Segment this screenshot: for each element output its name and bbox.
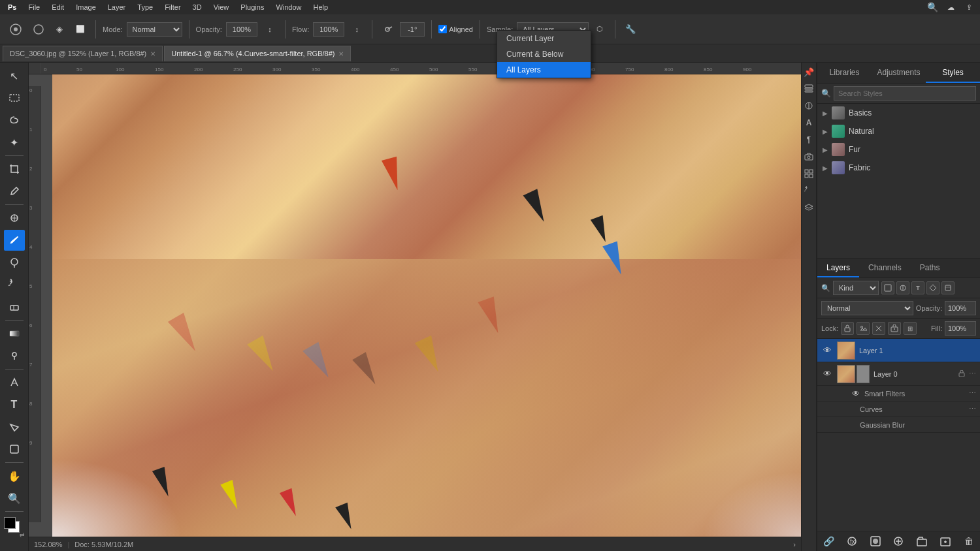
layer-item-1[interactable]: 👁 Layer 1 [817, 339, 980, 362]
grid-icon-sidebar[interactable] [802, 167, 815, 180]
panel-tab-libraries[interactable]: Libraries [817, 63, 872, 83]
brush-options-btn[interactable] [5, 21, 26, 38]
search-styles-input[interactable] [834, 86, 976, 101]
magic-wand-tool[interactable]: ✦ [4, 132, 25, 153]
adjustments-icon-sidebar[interactable] [802, 99, 815, 112]
aligned-check[interactable]: Aligned [438, 25, 473, 33]
pin-icon[interactable]: 📌 [802, 65, 815, 78]
layers-tab-channels[interactable]: Channels [859, 259, 911, 277]
clone-source-btn[interactable]: 🔧 [622, 21, 639, 38]
style-group-natural[interactable]: ▶ Natural [817, 122, 980, 140]
style-group-fabric[interactable]: ▶ Fabric [817, 159, 980, 177]
lock-image-btn[interactable] [857, 322, 870, 335]
dropdown-all-layers[interactable]: All Layers [497, 62, 591, 78]
menu-window[interactable]: Window [270, 2, 306, 12]
opacity-row-input[interactable] [945, 301, 976, 315]
menu-edit[interactable]: Edit [46, 2, 69, 12]
pressure-flow-btn[interactable]: ↕ [348, 21, 365, 38]
curves-filter-item[interactable]: Curves ⋯ [817, 401, 980, 417]
foreground-color[interactable] [4, 517, 16, 529]
smart-filters-more-icon[interactable]: ⋯ [969, 389, 976, 398]
paragraph-icon-sidebar[interactable]: ¶ [802, 133, 815, 146]
clone-stamp-tool[interactable] [4, 252, 25, 273]
dropdown-current-layer[interactable]: Current Layer [497, 31, 591, 46]
flow-input[interactable] [313, 22, 344, 37]
new-layer-btn[interactable] [938, 534, 953, 548]
layers-panel-icon[interactable] [802, 201, 815, 214]
lock-transparent-btn[interactable] [841, 322, 854, 335]
zoom-tool[interactable]: 🔍 [4, 488, 25, 509]
panel-tab-adjustments[interactable]: Adjustments [872, 63, 926, 83]
tab-0[interactable]: DSC_3060.jpg @ 152% (Layer 1, RGB/8#) ✕ [3, 46, 163, 61]
style-group-basics[interactable]: ▶ Basics [817, 104, 980, 122]
layer-item-0[interactable]: 👁 Layer 0 ⋯ [817, 362, 980, 386]
crop-tool[interactable] [4, 159, 25, 180]
lasso-tool[interactable] [4, 110, 25, 131]
layers-tab-paths[interactable]: Paths [911, 259, 949, 277]
canvas-wrapper[interactable] [52, 74, 801, 537]
filter-smart-btn[interactable] [941, 281, 955, 294]
curves-filter-more-icon[interactable]: ⋯ [969, 405, 976, 413]
pressure-opacity-btn[interactable]: ↕ [261, 21, 278, 38]
marquee-tool[interactable] [4, 87, 25, 108]
eyedropper-tool[interactable] [4, 181, 25, 202]
layer-style-btn[interactable]: fx [845, 534, 859, 548]
brush-size-btn[interactable] [30, 21, 47, 38]
layer-1-visibility-icon[interactable]: 👁 [821, 345, 833, 356]
angle-input[interactable] [400, 22, 425, 37]
search-icon[interactable]: 🔍 [924, 0, 941, 16]
filter-pixel-btn[interactable] [881, 281, 894, 294]
layers-tab-layers[interactable]: Layers [817, 259, 859, 277]
tab-close-1[interactable]: ✕ [338, 50, 344, 57]
font-icon-sidebar[interactable]: A [802, 116, 815, 129]
mode-select[interactable]: Normal Dissolve Multiply [127, 22, 182, 37]
menu-type[interactable]: Type [132, 2, 158, 12]
swap-colors-icon[interactable]: ⇄ [20, 531, 25, 538]
menu-help[interactable]: Help [308, 2, 334, 12]
shape-tool[interactable] [4, 439, 25, 460]
fill-input[interactable] [945, 321, 976, 336]
tab-1[interactable]: Untitled-1 @ 66.7% (4.Curves-smart-filte… [164, 46, 351, 61]
text-tool[interactable]: T [4, 394, 25, 415]
smart-filters-visibility-icon[interactable]: 👁 [850, 388, 862, 400]
ignore-adj-btn[interactable]: ⬡ [591, 21, 608, 38]
lock-all-btn[interactable]: ⊞ [904, 322, 917, 335]
healing-tool[interactable] [4, 208, 25, 228]
add-adjustment-btn[interactable] [891, 534, 906, 548]
menu-image[interactable]: Image [71, 2, 101, 12]
menu-layer[interactable]: Layer [103, 2, 131, 12]
new-group-btn[interactable] [915, 534, 929, 548]
dodge-tool[interactable] [4, 345, 25, 366]
gaussian-blur-filter-item[interactable]: Gaussian Blur [817, 417, 980, 433]
style-group-fur[interactable]: ▶ Fur [817, 140, 980, 159]
eraser-tool[interactable] [4, 296, 25, 317]
camera-icon-sidebar[interactable] [802, 150, 815, 163]
foreground-background-colors[interactable]: ⇄ [4, 517, 25, 538]
lock-artboard-btn[interactable] [888, 322, 901, 335]
pen-tool[interactable] [4, 372, 25, 393]
menu-filter[interactable]: Filter [159, 2, 186, 12]
move-tool[interactable]: ↖ [4, 65, 25, 86]
link-layers-btn[interactable]: 🔗 [821, 534, 836, 548]
lock-position-btn[interactable] [872, 322, 885, 335]
path-select-tool[interactable] [4, 417, 25, 437]
menu-ps[interactable]: Ps [3, 2, 22, 12]
menu-view[interactable]: View [208, 2, 235, 12]
kind-select[interactable]: Kind [833, 281, 879, 295]
menu-file[interactable]: File [23, 2, 45, 12]
layers-icon-sidebar[interactable] [802, 82, 815, 95]
cloud-icon[interactable]: ☁ [942, 0, 959, 16]
layer-0-visibility-icon[interactable]: 👁 [821, 368, 833, 380]
brush-pressure-btn[interactable]: ◈ [51, 21, 68, 38]
status-expand-btn[interactable]: › [793, 541, 796, 548]
layer-0-more-icon[interactable]: ⋯ [969, 370, 976, 378]
menu-plugins[interactable]: Plugins [235, 2, 269, 12]
history-icon-sidebar[interactable] [802, 184, 815, 197]
tab-close-0[interactable]: ✕ [150, 50, 155, 57]
dropdown-current-below[interactable]: Current & Below [497, 46, 591, 62]
angle-icon[interactable] [379, 21, 396, 38]
gradient-tool[interactable] [4, 323, 25, 344]
share-icon[interactable]: ⇪ [960, 0, 977, 16]
filter-shape-btn[interactable] [926, 281, 939, 294]
delete-layer-btn[interactable]: 🗑 [962, 534, 976, 548]
